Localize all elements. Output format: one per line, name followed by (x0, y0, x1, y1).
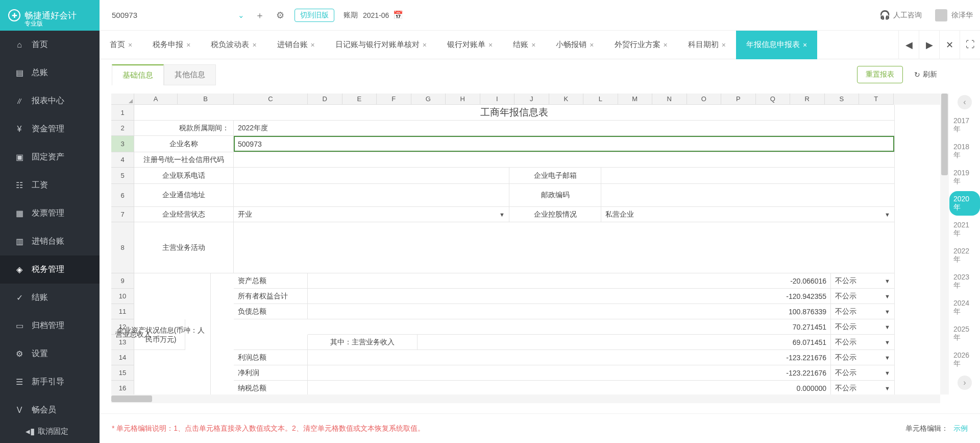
col-header[interactable]: R (790, 94, 825, 105)
sidebar-item-2[interactable]: ⫽报表中心 (0, 87, 100, 115)
publish-select[interactable]: 不公示▼ (831, 273, 895, 289)
year-chip[interactable]: 2023年 (949, 269, 980, 294)
consult-button[interactable]: 🎧 人工咨询 (879, 10, 922, 20)
year-chip[interactable]: 2020年 (949, 191, 980, 216)
col-header[interactable]: J (514, 94, 549, 105)
subtab-other[interactable]: 其他信息 (164, 64, 216, 85)
tab-close-icon[interactable]: × (803, 41, 807, 49)
sidebar-unpin[interactable]: ◂▮ 取消固定 (0, 426, 100, 437)
col-header[interactable]: O (687, 94, 722, 105)
fin-value-cell[interactable]: 70.271451 (308, 319, 831, 335)
select-all-cell[interactable] (111, 94, 134, 105)
horizontal-scrollbar[interactable] (111, 394, 940, 403)
publish-select[interactable]: 不公示▼ (831, 289, 895, 304)
calendar-icon[interactable]: 📅 (393, 10, 403, 20)
tab-4[interactable]: 日记账与银行对账单核对× (325, 31, 437, 59)
credit-code-cell[interactable] (234, 152, 895, 168)
fin-value-cell[interactable]: 69.071451 (418, 335, 831, 350)
publish-select[interactable]: 不公示▼ (831, 304, 895, 319)
col-header[interactable]: T (859, 94, 894, 105)
year-chip[interactable]: 2019年 (949, 165, 980, 190)
col-header[interactable]: K (549, 94, 584, 105)
main-biz-cell[interactable] (234, 222, 895, 273)
tab-close-icon[interactable]: × (252, 41, 256, 49)
tab-close-icon[interactable]: × (128, 41, 132, 49)
row-header[interactable]: 6 (111, 184, 134, 207)
fin-value-cell[interactable]: -123.221676 (308, 365, 831, 381)
tab-close-icon[interactable]: × (186, 41, 190, 49)
tab-close-icon[interactable]: × (722, 41, 726, 49)
zip-cell[interactable] (601, 184, 895, 207)
tab-next-button[interactable]: ▶ (919, 31, 939, 59)
sidebar-item-12[interactable]: ☰新手引导 (0, 368, 100, 396)
subtab-basic[interactable]: 基础信息 (112, 64, 164, 85)
tab-8[interactable]: 外贸行业方案× (604, 31, 678, 59)
sidebar-item-7[interactable]: ▥进销台账 (0, 227, 100, 255)
tab-6[interactable]: 结账× (503, 31, 546, 59)
row-header[interactable]: 4 (111, 152, 134, 168)
tab-expand-button[interactable]: ⛶ (960, 31, 980, 59)
user-menu[interactable]: 徐泽华 (935, 9, 973, 21)
row-header[interactable]: 1 (111, 105, 134, 121)
example-link[interactable]: 示例 (953, 424, 968, 432)
sidebar-item-3[interactable]: ¥资金管理 (0, 115, 100, 143)
tab-9[interactable]: 科目期初× (678, 31, 736, 59)
col-header[interactable]: G (411, 94, 446, 105)
tab-3[interactable]: 进销台账× (267, 31, 325, 59)
sidebar-item-6[interactable]: ▦发票管理 (0, 199, 100, 227)
email-cell[interactable] (601, 168, 895, 184)
col-header[interactable]: D (308, 94, 342, 105)
fin-value-cell[interactable]: 0.000000 (308, 381, 831, 396)
account-select[interactable]: 500973 ⌄ (107, 7, 250, 24)
tab-close-icon[interactable]: × (531, 41, 535, 49)
phone-cell[interactable] (234, 168, 509, 184)
col-header[interactable]: F (377, 94, 411, 105)
year-chip[interactable]: 2021年 (949, 217, 980, 242)
col-header[interactable]: A (134, 94, 178, 105)
col-header[interactable]: L (583, 94, 618, 105)
row-header[interactable]: 5 (111, 168, 134, 184)
sidebar-item-0[interactable]: ⌂首页 (0, 31, 100, 59)
company-name-cell[interactable]: 500973 (234, 136, 895, 152)
col-header[interactable]: I (480, 94, 515, 105)
col-header[interactable]: N (652, 94, 687, 105)
col-header[interactable]: B (178, 94, 234, 105)
tab-close-icon[interactable]: × (590, 41, 594, 49)
fin-value-cell[interactable]: -20.066016 (308, 273, 831, 289)
col-header[interactable]: H (446, 94, 480, 105)
fin-value-cell[interactable]: -120.942355 (308, 289, 831, 304)
year-chip[interactable]: 2017年 (949, 113, 980, 137)
status-select[interactable]: 开业▼ (234, 207, 509, 222)
col-header[interactable]: P (721, 94, 756, 105)
address-cell[interactable] (234, 184, 509, 207)
sidebar-item-13[interactable]: V畅会员 (0, 396, 100, 424)
tab-prev-button[interactable]: ◀ (898, 31, 919, 59)
sidebar-item-5[interactable]: ☷工资 (0, 171, 100, 199)
col-header[interactable]: E (342, 94, 377, 105)
col-header[interactable]: S (825, 94, 860, 105)
tab-close-icon[interactable]: × (311, 41, 315, 49)
publish-select[interactable]: 不公示▼ (831, 319, 895, 335)
col-header[interactable]: Q (756, 94, 791, 105)
fin-value-cell[interactable]: -123.221676 (308, 350, 831, 365)
year-chip[interactable]: 2018年 (949, 139, 980, 164)
old-version-button[interactable]: 切到旧版 (295, 9, 334, 22)
tab-close-icon[interactable]: × (488, 41, 493, 49)
tab-10[interactable]: 年报信息申报表× (736, 31, 817, 59)
tab-close-icon[interactable]: × (423, 41, 427, 49)
row-header[interactable]: 8 (111, 222, 134, 273)
year-prev-button[interactable]: ‹ (958, 95, 972, 109)
tab-1[interactable]: 税务申报× (142, 31, 201, 59)
tab-5[interactable]: 银行对账单× (437, 31, 503, 59)
sidebar-item-8[interactable]: ◈税务管理 (0, 255, 100, 284)
tab-7[interactable]: 小畅报销× (546, 31, 604, 59)
year-chip[interactable]: 2026年 (949, 347, 980, 372)
sidebar-item-9[interactable]: ✓结账 (0, 284, 100, 312)
tab-close-button[interactable]: ✕ (939, 31, 960, 59)
tab-0[interactable]: 首页× (100, 31, 142, 59)
settings-button[interactable]: ⚙ (272, 7, 288, 24)
tab-2[interactable]: 税负波动表× (201, 31, 266, 59)
publish-select[interactable]: 不公示▼ (831, 335, 895, 350)
regenerate-button[interactable]: 重置报表 (857, 66, 903, 83)
year-chip[interactable]: 2022年 (949, 243, 980, 268)
